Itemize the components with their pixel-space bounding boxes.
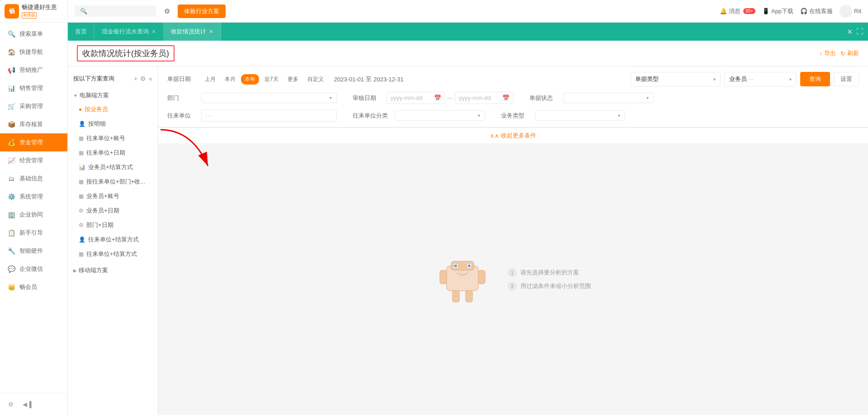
grid-icon: ▦ [79,193,84,199]
more-dots-icon: ··· [206,112,211,119]
business-type-select[interactable]: ▾ [535,110,625,121]
app-download-btn[interactable]: 📱 App下载 [762,7,793,15]
sidebar-item-operation[interactable]: 📈 经营管理 [0,151,67,170]
partner-input[interactable]: ··· [201,109,337,122]
scheme-item-salesman-date[interactable]: ⚙ 业务员+日期 [68,203,158,218]
scheme-item-partner-account[interactable]: ▦ 往来单位+账号 [68,131,158,146]
sidebar-item-label: 营销推广 [19,66,43,74]
app-download-label: App下载 [771,7,793,15]
close-icon[interactable]: ✕ [209,28,213,35]
bill-status-select[interactable]: ▾ [563,93,654,103]
finance-icon: 💰 [7,138,16,147]
mobile-scheme-label: 移动端方案 [79,266,108,274]
scheme-item-partner-settlement2[interactable]: ▦ 往来单位+结算方式 [68,247,158,261]
export-button[interactable]: ↑ 导出 [820,49,836,57]
partner-filter-label: 往来单位 [167,112,194,120]
sidebar-item-label: 企业协同 [19,211,43,219]
review-date-end-input[interactable]: yyyy-mm-dd 📅 [455,92,514,104]
sidebar-item-basic-info[interactable]: 🗂 基础信息 [0,170,67,188]
salesman-select[interactable]: 业务员 ··· ▾ [724,72,797,86]
scheme-item-dept-date[interactable]: ⚙ 部门+日期 [68,218,158,232]
mobile-scheme-title[interactable]: ▶ 移动端方案 [68,264,158,277]
tab-collection-stats[interactable]: 收款情况统计 ✕ [164,23,221,41]
close-icon[interactable]: ✕ [151,28,156,35]
date-tab-custom[interactable]: 自定义 [304,74,327,85]
scheme-item-salesman-account[interactable]: ▦ 业务员+账号 [68,189,158,203]
settings-button[interactable]: 设置 [834,72,859,86]
collapse-bar[interactable]: ∧∧ 收起更多条件 [158,127,868,143]
scheme-item-salesman-settlement[interactable]: 📊 业务员+结算方式 [68,160,158,174]
partner-category-select[interactable]: ▾ [395,110,485,121]
close-window-btn[interactable]: ✕ [847,28,853,36]
sidebar-item-finance[interactable]: 💰 资金管理 [0,133,67,151]
empty-state: 1 请先选择要分析的方案 2 用过滤条件来缩小分析范围 [158,143,868,415]
topbar: 🔍 ⚙ 体验行业方案 🔔 消息 99+ 📱 App下载 🎧 在线客服 Rit [68,0,868,23]
scheme-item-partner-dept[interactable]: ▦ 按往来单位+部门+收... [68,174,158,189]
tip-num-2: 2 [508,282,517,291]
sidebar-item-label: 系统管理 [19,193,43,201]
sidebar-item-quick-nav[interactable]: 🏠 快捷导航 [0,43,67,61]
scheme-item-detail[interactable]: 👤 按明细 [68,117,158,131]
page-title-box: 收款情况统计(按业务员) [77,45,175,61]
date-tab-this-year[interactable]: 本年 [241,74,259,85]
user-menu[interactable]: Rit [840,5,861,18]
sidebar-item-label: 销售管理 [19,84,43,92]
scheme-item-salesman[interactable]: ● 按业务员 [68,102,158,117]
tab-home[interactable]: 首页 [68,23,94,41]
tab-home-label: 首页 [75,28,87,36]
empty-robot-illustration [435,252,490,307]
chevron-down-icon: ▾ [789,77,792,82]
sidebar-item-label: 快捷导航 [19,48,43,56]
trial-button[interactable]: 体验行业方案 [178,5,226,18]
desktop-scheme-title[interactable]: ▼ 电脑端方案 [68,89,158,102]
sidebar-item-member[interactable]: 👑 畅会员 [0,278,67,296]
date-tab-this-month[interactable]: 本月 [221,74,239,85]
maximize-btn[interactable]: ⛶ [856,28,863,36]
sidebar-item-system[interactable]: ⚙️ 系统管理 [0,188,67,206]
desktop-scheme-section: ▼ 电脑端方案 ● 按业务员 👤 按明细 ▦ 往来单位+账号 [68,89,158,261]
tip-num-1: 1 [508,268,517,277]
topbar-settings-btn[interactable]: ⚙ [160,5,173,18]
sidebar-item-marketing[interactable]: 📢 营销推广 [0,61,67,79]
date-tab-7days[interactable]: 近7天 [261,74,282,85]
collapse-panel-btn[interactable]: « [149,75,152,82]
left-panel-header-label: 按以下方案查询 [73,75,114,83]
sidebar-item-label: 经营管理 [19,156,43,165]
scheme-item-label: 按明细 [88,120,106,128]
chevron-down-icon: ▾ [478,113,480,118]
svg-point-6 [454,264,457,267]
sidebar-item-guide[interactable]: 📋 新手引导 [0,224,67,242]
scheme-item-partner-settlement1[interactable]: 👤 往来单位+结算方式 [68,232,158,247]
date-tab-last-month[interactable]: 上月 [201,74,219,85]
sidebar-item-search-menu[interactable]: 🔍 搜索菜单 [0,25,67,43]
notification-btn[interactable]: 🔔 消息 99+ [720,7,755,15]
date-tab-more[interactable]: 更多 [284,74,302,85]
review-date-start-input[interactable]: yyyy-mm-dd 📅 [387,92,445,104]
topbar-search[interactable]: 🔍 [75,5,156,17]
scheme-item-label: 往来单位+账号 [86,134,125,142]
inventory-icon: 📦 [7,120,16,129]
sidebar-settings-btn[interactable]: ⚙ [5,398,17,410]
tab-bank-flow[interactable]: 现金银行流水查询 ✕ [94,23,164,41]
bill-type-select[interactable]: 单据类型 ▾ [630,72,721,86]
sidebar-item-enterprise[interactable]: 🏢 企业协同 [0,206,67,224]
sidebar-item-inventory[interactable]: 📦 库存核算 [0,115,67,133]
desktop-scheme-label: 电脑端方案 [80,91,109,99]
chevron-down-icon: ▾ [330,95,332,100]
sidebar-item-wechat[interactable]: 💬 企业微信 [0,260,67,278]
dept-select[interactable]: ▾ [201,93,337,103]
sidebar-item-sales[interactable]: 📊 销售管理 [0,79,67,97]
scheme-item-partner-date[interactable]: ▦ 往来单位+日期 [68,146,158,160]
sidebar-collapse-btn[interactable]: ◀▐ [21,398,33,410]
empty-tip-1: 1 请先选择要分析的方案 [508,268,591,277]
refresh-button[interactable]: ↻ 刷新 [840,49,859,57]
online-service-btn[interactable]: 🎧 在线客服 [800,7,833,15]
query-button[interactable]: 查询 [800,72,830,86]
scheme-settings-btn[interactable]: ⚙ [140,75,146,82]
date-range-separator: 至 [366,75,372,83]
add-scheme-btn[interactable]: + [134,75,137,82]
sidebar-item-hardware[interactable]: 🔧 智能硬件 [0,242,67,260]
date-filter-label: 单据日期 [167,75,194,83]
sidebar-item-purchase[interactable]: 🛒 采购管理 [0,97,67,115]
sidebar-item-label: 企业微信 [19,265,43,273]
